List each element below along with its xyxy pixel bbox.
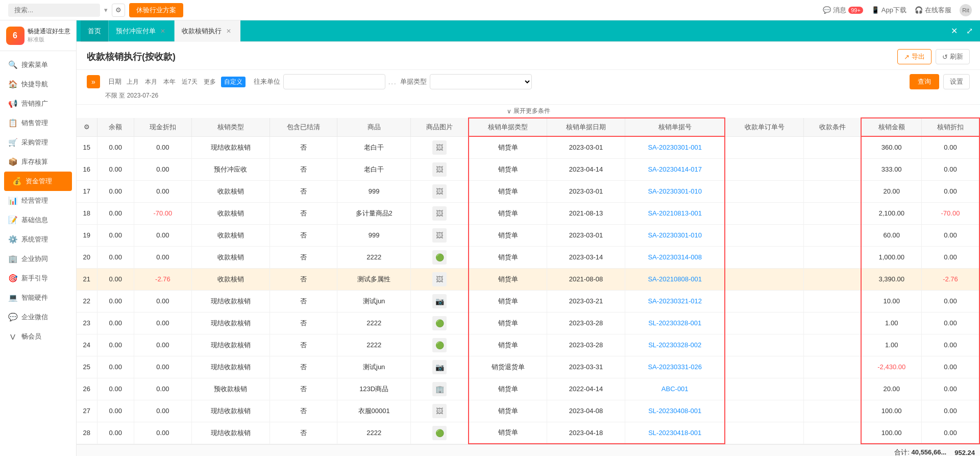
cell-r10-c9[interactable]: SA-20230331-026 <box>625 356 725 378</box>
bill-no-link[interactable]: ABC-001 <box>662 385 689 393</box>
date-custom-button[interactable]: 自定义 <box>221 77 246 87</box>
date-option-本年[interactable]: 本年 <box>161 77 178 87</box>
cell-r7-c9[interactable]: SA-20230321-012 <box>625 290 725 312</box>
bill-no-link[interactable]: SA-20230331-026 <box>648 363 702 371</box>
bill-no-link[interactable]: SA-20210813-001 <box>648 209 702 217</box>
sidebar-item-guide[interactable]: 🎯新手引导 <box>0 269 76 288</box>
date-option-更多[interactable]: 更多 <box>202 77 218 87</box>
cell-r10-c7: 销货退货单 <box>469 356 547 378</box>
date-label: 日期 <box>108 77 121 86</box>
cell-r8-c9[interactable]: SL-20230328-001 <box>625 312 725 334</box>
settings-button[interactable]: ⚙ <box>112 4 125 17</box>
cell-r3-c9[interactable]: SA-20210813-001 <box>625 202 725 224</box>
bill-no-link[interactable]: SL-20230408-001 <box>648 407 701 415</box>
sidebar-label-enterprise: 企业协同 <box>21 254 48 263</box>
sidebar-item-wechat[interactable]: 💬企业微信 <box>0 307 76 327</box>
cell-r1-c2: 0.00 <box>134 158 192 180</box>
search-input[interactable] <box>8 4 100 17</box>
date-option-近7天[interactable]: 近7天 <box>180 77 200 87</box>
date-option-上月[interactable]: 上月 <box>125 77 141 87</box>
tab-close-collection[interactable]: ✕ <box>225 27 233 35</box>
tab-prepay[interactable]: 预付冲应付单✕ <box>109 20 175 42</box>
sidebar-item-marketing[interactable]: 📢营销推广 <box>0 94 76 113</box>
col-header-13: 核销折扣 <box>921 118 979 136</box>
cell-r11-c2: 0.00 <box>134 378 192 400</box>
messages-button[interactable]: 💬 消息 99+ <box>823 6 863 15</box>
sidebar-item-enterprise[interactable]: 🏢企业协同 <box>0 249 76 269</box>
product-image: 🖼 <box>432 206 447 221</box>
bill-type-select[interactable] <box>430 74 532 89</box>
bill-no-link[interactable]: SA-20230314-008 <box>648 253 702 261</box>
filter-bar: » 日期 上月本月本年近7天更多 自定义 往来单位 ... 单据类型 <box>77 69 980 105</box>
user-area[interactable]: Rit <box>960 4 972 16</box>
close-tab-button[interactable]: ✕ <box>947 25 961 38</box>
maximize-tab-button[interactable]: ⤢ <box>963 25 976 38</box>
sidebar-item-member[interactable]: V畅会员 <box>0 327 76 346</box>
cell-r12-c9[interactable]: SL-20230408-001 <box>625 400 725 422</box>
cell-r2-c8: 2023-03-01 <box>547 180 625 202</box>
cell-r5-c9[interactable]: SA-20230314-008 <box>625 246 725 268</box>
partner-input[interactable] <box>283 74 385 89</box>
cell-r11-c9[interactable]: ABC-001 <box>625 378 725 400</box>
bill-no-link[interactable]: SL-20230418-001 <box>648 429 701 437</box>
bill-no-link[interactable]: SA-20230301-010 <box>648 187 702 195</box>
sidebar-item-search[interactable]: 🔍搜索菜单 <box>0 55 76 75</box>
sidebar-item-basic[interactable]: 📝基础信息 <box>0 210 76 230</box>
cell-r10-c2: 0.00 <box>134 356 192 378</box>
sidebar-item-sales[interactable]: 📋销售管理 <box>0 113 76 133</box>
settings-icon-cell[interactable]: ⚙ <box>84 123 90 131</box>
expand-more-button[interactable]: ∨ 展开更多条件 <box>77 105 980 117</box>
cell-r5-c12: 1,000.00 <box>861 246 921 268</box>
bill-no-link[interactable]: SA-20230301-010 <box>648 231 702 239</box>
cell-r3-c0: 18 <box>77 202 97 224</box>
cell-r2-c9[interactable]: SA-20230301-010 <box>625 180 725 202</box>
nav-items: 🔍搜索菜单🏠快捷导航📢营销推广📋销售管理🛒采购管理📦库存核算💰资金管理📊经营管理… <box>0 51 76 456</box>
filter-row: » 日期 上月本月本年近7天更多 自定义 往来单位 ... 单据类型 <box>87 74 970 89</box>
sidebar-item-purchase[interactable]: 🛒采购管理 <box>0 133 76 152</box>
export-button[interactable]: ↗ 导出 <box>897 49 932 64</box>
dropdown-arrow-icon[interactable]: ▾ <box>104 6 108 14</box>
bill-no-link[interactable]: SA-20230321-012 <box>648 297 702 305</box>
partner-label: 往来单位 <box>254 77 280 86</box>
app-download-button[interactable]: 📱 App下载 <box>871 6 906 15</box>
cell-r13-c9[interactable]: SL-20230418-001 <box>625 422 725 444</box>
cell-r1-c6: 🖼 <box>411 158 469 180</box>
industry-button[interactable]: 休验行业方案 <box>129 3 183 17</box>
sidebar-item-quick-nav[interactable]: 🏠快捷导航 <box>0 75 76 94</box>
refresh-button[interactable]: ↺ 刷新 <box>936 49 970 64</box>
query-button[interactable]: 查询 <box>910 74 939 89</box>
cell-r13-c10 <box>725 422 803 444</box>
cell-r3-c11 <box>803 202 861 224</box>
sidebar-item-inventory[interactable]: 📦库存核算 <box>0 152 76 172</box>
sidebar-item-system[interactable]: ⚙️系统管理 <box>0 230 76 249</box>
setting-button[interactable]: 设置 <box>943 74 970 89</box>
logo-name: 畅捷通谊好生意 <box>28 28 70 36</box>
cell-r10-c0: 25 <box>77 356 97 378</box>
bill-no-link[interactable]: SA-20230414-017 <box>648 165 702 173</box>
sidebar-item-hardware[interactable]: 💻智能硬件 <box>0 288 76 307</box>
cell-r9-c9[interactable]: SL-20230328-002 <box>625 334 725 356</box>
online-service-button[interactable]: 🎧 在线客服 <box>915 6 951 15</box>
filter-expand-button[interactable]: » <box>87 75 100 88</box>
tab-home[interactable]: 首页 <box>81 20 109 42</box>
cell-r0-c3: 现结收款核销 <box>191 136 270 158</box>
tab-close-prepay[interactable]: ✕ <box>159 27 167 35</box>
cell-r11-c8: 2022-04-14 <box>547 378 625 400</box>
cell-r0-c9[interactable]: SA-20230301-001 <box>625 136 725 158</box>
bill-no-link[interactable]: SL-20230328-001 <box>648 319 701 327</box>
cell-r6-c9[interactable]: SA-20210808-001 <box>625 268 725 290</box>
cell-r4-c6: 🖼 <box>411 224 469 246</box>
cell-r4-c9[interactable]: SA-20230301-010 <box>625 224 725 246</box>
page-title: 收款核销执行(按收款) <box>87 51 176 63</box>
cell-r1-c9[interactable]: SA-20230414-017 <box>625 158 725 180</box>
tab-collection[interactable]: 收款核销执行✕ <box>175 20 240 42</box>
bill-no-link[interactable]: SL-20230328-002 <box>648 341 701 349</box>
cell-r12-c10 <box>725 400 803 422</box>
date-option-本月[interactable]: 本月 <box>143 77 159 87</box>
bill-no-link[interactable]: SA-20230301-001 <box>648 143 702 151</box>
sidebar-item-operation[interactable]: 📊经营管理 <box>0 191 76 210</box>
bill-no-link[interactable]: SA-20210808-001 <box>648 275 702 283</box>
message-icon: 💬 <box>823 6 831 14</box>
sidebar-item-finance[interactable]: 💰资金管理 <box>4 172 72 191</box>
cell-r4-c0: 19 <box>77 224 97 246</box>
